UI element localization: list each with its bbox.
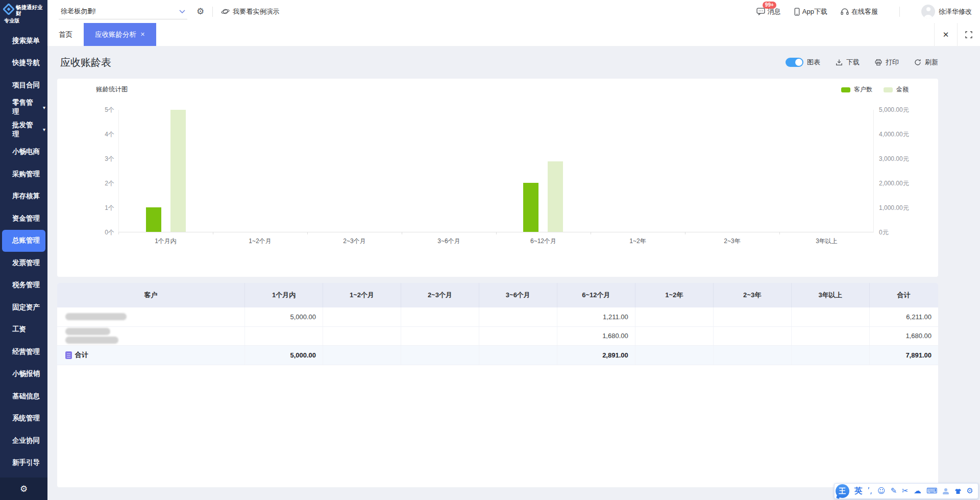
punctuation-icon[interactable]: ’, <box>868 487 873 495</box>
sidebar-item-资金管理[interactable]: 资金管理 <box>2 207 45 230</box>
sidebar-item-小畅电商[interactable]: 小畅电商 <box>2 141 45 163</box>
sidebar-item-搜索菜单[interactable]: 搜索菜单 <box>2 30 45 52</box>
sidebar-item-新手引导[interactable]: 新手引导 <box>2 452 45 474</box>
download-button[interactable]: 下载 <box>836 58 860 67</box>
sidebar-item-label: 快捷导航 <box>12 58 40 67</box>
sidebar-item-系统管理[interactable]: 系统管理 <box>2 408 45 430</box>
right-axis-tick: 1,000.00元 <box>879 204 909 212</box>
tab-首页[interactable]: 首页 <box>47 23 84 46</box>
sidebar-item-零售管理[interactable]: 零售管理▾ <box>2 97 45 119</box>
sidebar-item-总账管理[interactable]: 总账管理 <box>2 230 45 252</box>
toggle-on-icon[interactable] <box>786 58 803 67</box>
column-header-3年以上[interactable]: 3年以上 <box>791 283 869 307</box>
sidebar-item-税务管理[interactable]: 税务管理 <box>2 274 45 297</box>
x-axis-label: 2~3年 <box>685 237 779 246</box>
pen-icon[interactable]: ✎ <box>891 487 897 495</box>
person-icon[interactable] <box>943 488 949 494</box>
total-label-cell: 合计 <box>57 345 245 365</box>
fullscreen-icon[interactable] <box>957 23 980 46</box>
keyboard-icon[interactable]: ⌨ <box>926 487 938 495</box>
customer-cell-redacted <box>57 326 245 345</box>
value-cell: 1,680.00 <box>557 326 635 345</box>
app-download-button[interactable]: App下载 <box>794 7 827 16</box>
value-cell <box>401 307 479 326</box>
sidebar-item-批发管理[interactable]: 批发管理▾ <box>2 118 45 141</box>
column-header-合计[interactable]: 合计 <box>869 283 938 307</box>
ime-mode-english[interactable]: 英 <box>854 487 863 495</box>
left-axis: 5个4个3个2个1个0个 <box>57 110 118 232</box>
sidebar-item-label: 资金管理 <box>12 214 40 223</box>
column-header-6~12个月[interactable]: 6~12个月 <box>557 283 635 307</box>
user-menu[interactable]: 徐泽华修改 <box>921 5 972 18</box>
divider <box>212 7 213 17</box>
refresh-button[interactable]: 刷新 <box>914 58 938 67</box>
tab-应收账龄分析[interactable]: 应收账龄分析✕ <box>84 23 156 46</box>
sidebar-item-企业协同[interactable]: 企业协同 <box>2 430 45 452</box>
close-icon[interactable]: ✕ <box>934 23 957 46</box>
category-3年以上 <box>779 110 873 232</box>
sidebar-item-快捷导航[interactable]: 快捷导航 <box>2 52 45 75</box>
sidebar-item-工资[interactable]: 工资 <box>2 319 45 341</box>
value-cell <box>479 326 557 345</box>
redacted-blob <box>65 328 110 335</box>
sidebar-item-固定资产[interactable]: 固定资产 <box>2 296 45 319</box>
column-header-1~2个月[interactable]: 1~2个月 <box>323 283 401 307</box>
tab-close-icon[interactable]: ✕ <box>140 31 145 38</box>
total-value-cell <box>323 345 401 365</box>
refresh-icon <box>914 59 921 66</box>
column-header-1~2年[interactable]: 1~2年 <box>635 283 713 307</box>
x-axis-label: 1~2年 <box>591 237 685 246</box>
headset-icon <box>841 8 849 15</box>
sidebar-item-label: 库存核算 <box>12 192 40 201</box>
chart-toggle[interactable]: 图表 <box>786 58 820 67</box>
sidebar-item-label: 新手引导 <box>12 458 40 467</box>
column-header-2~3年[interactable]: 2~3年 <box>713 283 791 307</box>
total-value-cell: 5,000.00 <box>245 345 323 365</box>
emoji-icon[interactable]: ☺ <box>877 487 886 495</box>
legend-item-客户数[interactable]: 客户数 <box>841 85 872 94</box>
sidebar-item-采购管理[interactable]: 采购管理 <box>2 163 45 185</box>
demo-link-label: 我要看实例演示 <box>233 7 279 16</box>
gear-icon: ⚙ <box>20 484 28 494</box>
right-axis-tick: 0元 <box>879 228 889 237</box>
category-2~3个月 <box>308 110 402 232</box>
bar-chart: 5个4个3个2个1个0个 1个月内1~2个月2~3个月3~6个月6~12个月1~… <box>57 110 938 246</box>
sidebar-item-label: 小畅电商 <box>12 147 40 156</box>
legend-item-金额[interactable]: 金额 <box>884 85 909 94</box>
sidebar-item-基础信息[interactable]: 基础信息 <box>2 385 45 408</box>
cloud-icon[interactable]: ☁ <box>914 487 921 495</box>
column-header-3~6个月[interactable]: 3~6个月 <box>479 283 557 307</box>
total-value-cell: 7,891.00 <box>869 345 938 365</box>
account-selector-value: 徐老板勿删! <box>61 7 96 16</box>
column-header-2~3个月[interactable]: 2~3个月 <box>401 283 479 307</box>
online-support-button[interactable]: 在线客服 <box>841 7 878 16</box>
messages-button[interactable]: 99+ 消息 <box>756 7 781 16</box>
gear-icon[interactable]: ⚙ <box>197 6 204 17</box>
aging-table-panel: 客户1个月内1~2个月2~3个月3~6个月6~12个月1~2年2~3年3年以上合… <box>57 283 938 487</box>
right-axis-tick: 4,000.00元 <box>879 130 909 139</box>
skin-icon[interactable] <box>954 488 962 494</box>
column-header-客户[interactable]: 客户 <box>57 283 245 307</box>
column-header-1个月内[interactable]: 1个月内 <box>245 283 323 307</box>
sidebar-item-小畅报销[interactable]: 小畅报销 <box>2 363 45 386</box>
sidebar-item-经营管理[interactable]: 经营管理 <box>2 341 45 363</box>
category-1~2个月 <box>213 110 308 232</box>
ime-settings-icon[interactable]: ⚙ <box>967 487 973 495</box>
print-button[interactable]: 打印 <box>875 58 899 67</box>
legend-swatch <box>884 87 893 92</box>
table-row: 5,000.001,211.006,211.00 <box>57 307 938 326</box>
sidebar-item-label: 总账管理 <box>12 236 40 245</box>
avatar <box>921 5 935 18</box>
brand-logo-icon <box>3 4 14 15</box>
sidebar-item-项目合同[interactable]: 项目合同 <box>2 74 45 97</box>
account-selector[interactable]: 徐老板勿删! <box>59 4 187 19</box>
ime-lang-badge[interactable]: 王 <box>836 484 849 498</box>
scissors-icon[interactable]: ✂ <box>902 487 909 495</box>
sidebar-item-发票管理[interactable]: 发票管理 <box>2 252 45 274</box>
sidebar-settings-button[interactable]: ⚙ <box>0 478 47 500</box>
page-title: 应收账龄表 <box>57 56 111 69</box>
demo-link[interactable]: 我要看实例演示 <box>221 7 279 16</box>
document-icon <box>65 351 72 359</box>
sidebar-item-库存核算[interactable]: 库存核算 <box>2 185 45 208</box>
sidebar-item-label: 零售管理 <box>12 98 40 116</box>
